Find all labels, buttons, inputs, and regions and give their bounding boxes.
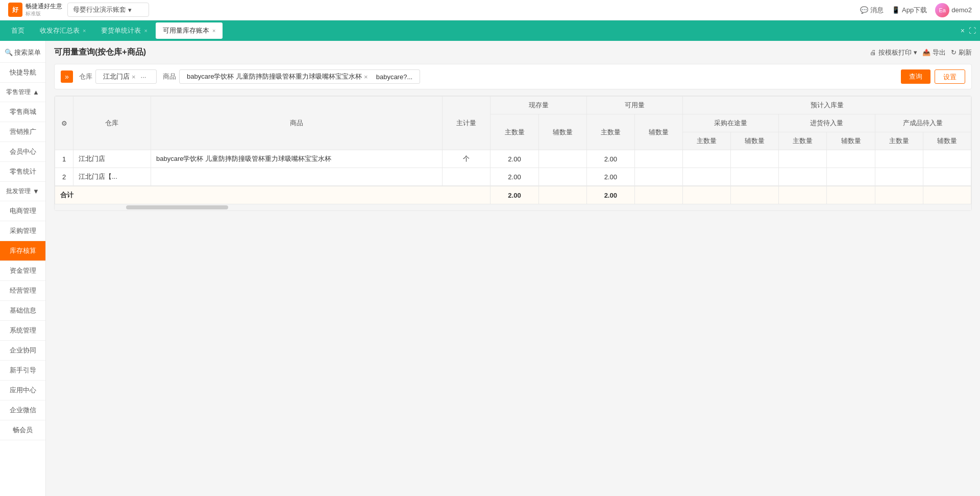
app-label: App下载	[902, 6, 927, 15]
sidebar-operations-label: 经营管理	[10, 287, 36, 294]
sidebar-system-label: 系统管理	[10, 326, 36, 334]
chevron-down-icon: ▾	[128, 6, 132, 14]
td-row-num-2: 2	[55, 168, 74, 186]
td-pur-transit-main-2	[683, 168, 731, 186]
tenant-selector[interactable]: 母婴行业演示账套 ▾	[67, 3, 149, 17]
table-row: 2 江北门店【... 2.00 2.00	[55, 168, 971, 186]
filter-expand-btn[interactable]: »	[61, 70, 73, 83]
th-stock-aux: 辅数量	[538, 114, 586, 150]
warehouse-input[interactable]: 江北门店 × ···	[95, 69, 157, 84]
sidebar-item-quick-nav[interactable]: 快捷导航	[0, 63, 45, 83]
tab-home[interactable]: 首页	[4, 22, 32, 39]
sidebar-item-retail-mall[interactable]: 零售商城	[0, 102, 45, 122]
sidebar-marketing-label: 营销推广	[10, 128, 36, 135]
td-stock-main-1: 2.00	[491, 150, 538, 168]
td-footer-product-aux	[923, 186, 971, 204]
sidebar-item-marketing[interactable]: 营销推广	[0, 122, 45, 142]
refresh-icon: ↻	[951, 49, 957, 56]
close-receivable-icon[interactable]: ×	[83, 28, 86, 34]
td-footer-stock-main: 2.00	[491, 186, 538, 204]
app-download-btn[interactable]: 📱 App下载	[892, 6, 927, 15]
th-stock-main: 主数量	[491, 114, 538, 150]
th-product-pending: 产成品待入量	[875, 114, 971, 132]
sidebar-quick-nav-label: 快捷导航	[10, 68, 36, 76]
td-stock-aux-1	[538, 150, 586, 168]
product-tag1-remove[interactable]: ×	[364, 73, 368, 81]
sidebar-item-retail-mgmt[interactable]: 零售管理 ▲	[0, 83, 45, 102]
horizontal-scrollbar[interactable]	[126, 205, 228, 209]
print-arrow-icon: ▾	[914, 49, 917, 56]
product-tag2-text: babycare?...	[376, 73, 413, 81]
filter-actions: 查询 设置	[901, 69, 965, 84]
sidebar-item-purchase[interactable]: 采购管理	[0, 221, 45, 241]
top-bar-right: 💬 消息 📱 App下载 Ea demo2	[860, 3, 972, 17]
th-purchase-transit: 采购在途量	[683, 114, 779, 132]
message-icon: 💬	[860, 6, 868, 14]
warehouse-tag-text: 江北门店	[103, 72, 130, 81]
close-order-stats-icon[interactable]: ×	[144, 28, 147, 34]
th-product-main: 主数量	[875, 132, 923, 150]
sidebar-item-inventory[interactable]: 库存核算	[0, 241, 45, 261]
data-table-wrap: ⚙ 仓库 商品 主计量 现存量	[54, 96, 972, 211]
sidebar-item-retail-stats[interactable]: 零售统计	[0, 162, 45, 182]
sidebar-item-members[interactable]: 会员中心	[0, 142, 45, 162]
table-row: 1 江北门店 babycare学饮杯 儿童防摔防撞吸管杯重力球吸嘴杯宝宝水杯 个…	[55, 150, 971, 168]
export-icon: 📤	[922, 49, 930, 56]
td-inbound-aux-2	[827, 168, 875, 186]
message-btn[interactable]: 💬 消息	[860, 6, 884, 15]
settings-btn[interactable]: 设置	[935, 69, 965, 84]
sidebar-item-operations[interactable]: 经营管理	[0, 281, 45, 301]
sidebar-item-basic-info[interactable]: 基础信息	[0, 301, 45, 321]
th-inbound-aux: 辅数量	[827, 132, 875, 150]
brand-info: 畅捷通好生意 标准版	[26, 3, 62, 17]
page-header: 可用量查询(按仓库+商品) 🖨 按模板打印 ▾ 📤 导出 ↻ 刷新	[54, 47, 972, 58]
td-footer-product-main	[875, 186, 923, 204]
td-row-num-1: 1	[55, 150, 74, 168]
tab-available[interactable]: 可用量库存账本 ×	[156, 22, 223, 39]
th-inbound-main: 主数量	[779, 132, 827, 150]
sidebar-item-vip[interactable]: 畅会员	[0, 420, 45, 440]
sidebar-item-system[interactable]: 系统管理	[0, 321, 45, 341]
sidebar-item-app-center[interactable]: 应用中心	[0, 381, 45, 400]
td-avail-aux-2	[634, 168, 682, 186]
td-footer-avail-main: 2.00	[586, 186, 634, 204]
sidebar-item-enterprise[interactable]: 企业协同	[0, 341, 45, 361]
td-pur-transit-aux-1	[731, 150, 779, 168]
page-actions: 🖨 按模板打印 ▾ 📤 导出 ↻ 刷新	[870, 48, 972, 57]
sidebar-item-new-guide[interactable]: 新手引导	[0, 361, 45, 381]
td-product-main-1	[875, 150, 923, 168]
tab-order-stats[interactable]: 要货单统计表 ×	[94, 22, 154, 39]
th-available: 可用量	[586, 97, 682, 114]
top-bar: 好 畅捷通好生意 标准版 母婴行业演示账套 ▾ 💬 消息 📱 App下载 Ea …	[0, 0, 980, 20]
sidebar-inventory-label: 库存核算	[10, 247, 36, 254]
sidebar-item-wholesale-mgmt[interactable]: 批发管理 ▼	[0, 182, 45, 201]
close-all-btn[interactable]: ×	[961, 27, 965, 35]
sidebar-enterprise-label: 企业协同	[10, 346, 36, 354]
tab-receivable[interactable]: 收发存汇总表 ×	[33, 22, 93, 39]
fullscreen-btn[interactable]: ⛶	[969, 27, 976, 35]
avatar: Ea	[935, 3, 949, 17]
sidebar-finance-label: 资金管理	[10, 267, 36, 274]
top-bar-left: 好 畅捷通好生意 标准版 母婴行业演示账套 ▾	[8, 3, 149, 17]
td-warehouse-1: 江北门店	[74, 150, 151, 168]
sidebar-search[interactable]: 🔍 搜索菜单	[0, 43, 45, 63]
td-inbound-aux-1	[827, 150, 875, 168]
query-btn[interactable]: 查询	[901, 69, 930, 84]
filter-bar: » 仓库 江北门店 × ··· 商品 babycare	[54, 64, 972, 89]
settings-icon[interactable]: ⚙	[61, 120, 67, 127]
warehouse-tag-remove[interactable]: ×	[132, 73, 136, 81]
sidebar-item-ecommerce[interactable]: 电商管理	[0, 201, 45, 221]
sidebar-item-finance[interactable]: 资金管理	[0, 261, 45, 281]
export-btn[interactable]: 📤 导出	[922, 48, 946, 57]
user-profile[interactable]: Ea demo2	[935, 3, 972, 17]
th-inbound-pending: 进货待入量	[779, 114, 875, 132]
page-content: 可用量查询(按仓库+商品) 🖨 按模板打印 ▾ 📤 导出 ↻ 刷新	[46, 41, 980, 217]
close-available-icon[interactable]: ×	[212, 28, 215, 34]
data-table: ⚙ 仓库 商品 主计量 现存量	[55, 96, 971, 204]
sidebar-item-enterprise-wx[interactable]: 企业微信	[0, 400, 45, 420]
warehouse-more-icon[interactable]: ···	[141, 73, 146, 81]
sidebar-purchase-label: 采购管理	[10, 227, 36, 234]
refresh-btn[interactable]: ↻ 刷新	[951, 48, 972, 57]
product-input[interactable]: babycare学饮杯 儿童防摔防撞吸管杯重力球吸嘴杯宝宝水杯 × babyca…	[179, 69, 420, 84]
print-btn[interactable]: 🖨 按模板打印 ▾	[870, 48, 917, 57]
